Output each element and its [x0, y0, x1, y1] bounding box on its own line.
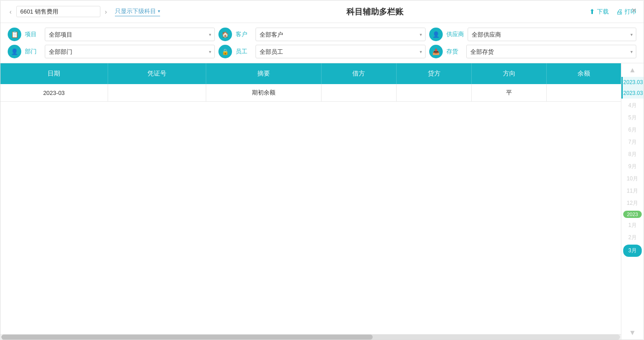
period-jun[interactable]: 6月 — [621, 124, 644, 136]
col-debit: 借方 — [321, 63, 396, 84]
col-voucher: 凭证号 — [108, 63, 206, 84]
period-dec[interactable]: 12月 — [621, 197, 644, 209]
table-row: 2023-03 期初余额 平 — [0, 84, 621, 102]
project-select-wrapper: 全部项目 ▾ — [45, 28, 215, 41]
nav-area: ‹ › 只显示下级科目 ▾ — [8, 6, 160, 17]
side-down-button[interactable]: ▼ — [621, 326, 644, 340]
year-badge: 2023 — [623, 211, 641, 218]
cell-summary: 期初余额 — [206, 84, 322, 102]
scrollbar-thumb — [1, 335, 373, 340]
main-window: ‹ › 只显示下级科目 ▾ 科目辅助多栏账 ⬆ 下载 🖨 打印 × 📋 项目 — [0, 0, 644, 340]
show-sub-label: 只显示下级科目 — [115, 7, 156, 15]
col-credit: 贷方 — [397, 63, 472, 84]
period-2023-03-top[interactable]: 2023.03 — [621, 77, 644, 88]
side-panel: ▲ 2023.03 2023.03 4月 5月 6月 7月 8月 9月 10月 … — [621, 63, 644, 340]
period-mar-active[interactable]: 3月 — [623, 245, 642, 257]
project-select[interactable]: 全部项目 — [45, 28, 215, 41]
nav-next-button[interactable]: › — [103, 7, 109, 16]
filter-department: 👤 部门 全部部门 ▾ — [8, 45, 215, 58]
title-bar: ‹ › 只显示下级科目 ▾ 科目辅助多栏账 ⬆ 下载 🖨 打印 × — [0, 0, 644, 23]
department-label: 部门 — [25, 47, 41, 56]
download-button[interactable]: ⬆ 下载 — [589, 8, 609, 16]
filter-bar: 📋 项目 全部项目 ▾ 🏠 客户 全部客户 ▾ 👤 供应商 — [0, 23, 644, 63]
cell-date: 2023-03 — [0, 84, 108, 102]
table-header-row: 日期 凭证号 摘要 借方 贷方 方向 余额 — [0, 63, 621, 84]
customer-select[interactable]: 全部客户 — [256, 28, 426, 41]
period-aug[interactable]: 8月 — [621, 148, 644, 161]
filter-customer: 🏠 客户 全部客户 ▾ — [218, 28, 426, 41]
year-badge-container: 2023 — [621, 209, 644, 219]
supplier-label: 供应商 — [446, 30, 464, 38]
print-icon: 🖨 — [616, 8, 623, 15]
cell-voucher — [108, 84, 206, 102]
customer-icon: 🏠 — [218, 28, 232, 41]
scrollbar-track — [1, 335, 620, 340]
department-select-wrapper: 全部部门 ▾ — [45, 45, 215, 58]
cell-direction: 平 — [472, 84, 547, 102]
col-balance: 余额 — [547, 63, 621, 84]
inventory-select-wrapper: 全部存货 ▾ — [466, 45, 636, 58]
filter-inventory: 📥 存货 全部存货 ▾ — [429, 45, 636, 58]
period-may[interactable]: 5月 — [621, 112, 644, 124]
filter-employee: 🔒 员工 全部员工 ▾ — [218, 45, 426, 58]
period-feb[interactable]: 2月 — [621, 231, 644, 244]
col-direction: 方向 — [472, 63, 547, 84]
horizontal-scrollbar[interactable] — [0, 334, 621, 340]
employee-select-wrapper: 全部员工 ▾ — [256, 45, 426, 58]
account-input[interactable] — [16, 6, 100, 17]
show-sub-toggle[interactable]: 只显示下级科目 ▾ — [115, 7, 160, 16]
filter-supplier: 👤 供应商 全部供应商 ▾ — [429, 28, 636, 41]
toolbar-right: ⬆ 下载 🖨 打印 — [589, 8, 636, 16]
table-area: 日期 凭证号 摘要 借方 贷方 方向 余额 2023-03 期初余额 — [0, 63, 621, 340]
customer-select-wrapper: 全部客户 ▾ — [256, 28, 426, 41]
side-up-button[interactable]: ▲ — [621, 63, 644, 77]
inventory-icon: 📥 — [429, 45, 443, 58]
supplier-icon: 👤 — [429, 28, 443, 41]
nav-prev-button[interactable]: ‹ — [8, 7, 14, 16]
inventory-label: 存货 — [446, 47, 463, 56]
content-area: 日期 凭证号 摘要 借方 贷方 方向 余额 2023-03 期初余额 — [0, 63, 644, 340]
close-button[interactable]: × — [631, 6, 636, 15]
data-table: 日期 凭证号 摘要 借方 贷方 方向 余额 2023-03 期初余额 — [0, 63, 621, 102]
cell-balance — [547, 84, 621, 102]
project-icon: 📋 — [8, 28, 21, 41]
filter-project: 📋 项目 全部项目 ▾ — [8, 28, 215, 41]
department-icon: 👤 — [8, 45, 21, 58]
supplier-select-wrapper: 全部供应商 ▾ — [468, 28, 636, 41]
period-jul[interactable]: 7月 — [621, 136, 644, 148]
cell-credit — [397, 84, 472, 102]
employee-select[interactable]: 全部员工 — [256, 45, 426, 58]
period-apr[interactable]: 4月 — [621, 99, 644, 112]
period-2023-03-second[interactable]: 2023.03 — [621, 88, 644, 99]
employee-label: 员工 — [236, 47, 252, 56]
period-oct[interactable]: 10月 — [621, 173, 644, 185]
inventory-select[interactable]: 全部存货 — [466, 45, 636, 58]
col-date: 日期 — [0, 63, 108, 84]
project-label: 项目 — [25, 30, 41, 38]
supplier-select[interactable]: 全部供应商 — [468, 28, 636, 41]
period-jan[interactable]: 1月 — [621, 219, 644, 231]
download-icon: ⬆ — [589, 8, 595, 16]
page-title: 科目辅助多栏账 — [160, 6, 589, 17]
period-sep[interactable]: 9月 — [621, 161, 644, 173]
customer-label: 客户 — [236, 30, 252, 38]
employee-icon: 🔒 — [218, 45, 232, 58]
period-nov[interactable]: 11月 — [621, 185, 644, 197]
col-summary: 摘要 — [206, 63, 322, 84]
department-select[interactable]: 全部部门 — [45, 45, 215, 58]
cell-debit — [321, 84, 396, 102]
